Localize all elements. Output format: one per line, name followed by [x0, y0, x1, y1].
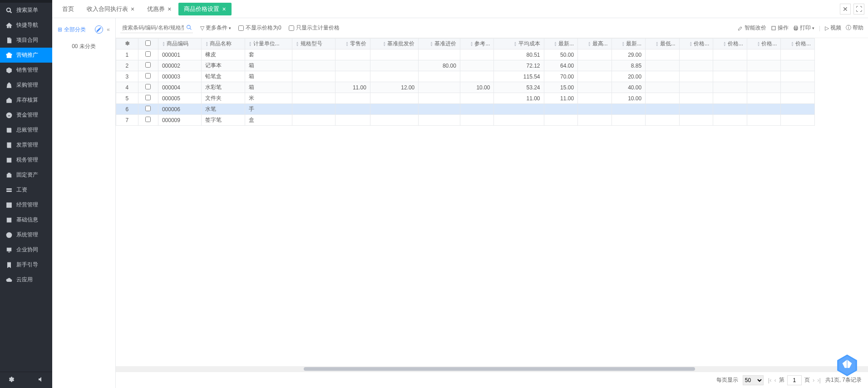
cell-p1[interactable] — [679, 49, 713, 60]
cell-retail[interactable] — [335, 93, 370, 104]
sidebar-item-5[interactable]: 采购管理 — [0, 78, 52, 93]
cell-ref[interactable] — [460, 60, 494, 71]
cell-pur[interactable]: 80.00 — [419, 60, 460, 71]
cell-p4[interactable] — [781, 115, 815, 126]
cell-pur[interactable] — [419, 115, 460, 126]
close-icon[interactable]: × — [222, 5, 226, 13]
cell-retail[interactable] — [335, 104, 370, 115]
cell-whole[interactable] — [370, 71, 418, 82]
edit-category-icon[interactable] — [95, 25, 103, 34]
tree-item-unclassified[interactable]: 00 未分类 — [58, 40, 110, 53]
col-wholesale[interactable]: 基准批发价 — [370, 39, 418, 49]
cell-whole[interactable] — [370, 60, 418, 71]
sidebar-item-8[interactable]: 总账管理 — [0, 123, 52, 138]
col-name[interactable]: 商品名称 — [202, 39, 245, 49]
cell-whole[interactable] — [370, 49, 418, 60]
operate-button[interactable]: 操作 — [771, 24, 789, 32]
col-unit[interactable]: 计量单位... — [245, 39, 292, 49]
col-avg-cost[interactable]: 平均成本 — [494, 39, 544, 49]
table-row[interactable]: 2000002记事本箱80.0072.1264.008.85 — [116, 60, 815, 71]
tab-3[interactable]: 商品价格设置× — [178, 3, 231, 15]
cell-whole[interactable] — [370, 115, 418, 126]
close-all-tabs-button[interactable]: ✕ — [840, 4, 851, 15]
col-p2[interactable]: 价格... — [713, 39, 747, 49]
col-spec[interactable]: 规格型号 — [292, 39, 335, 49]
cell-p1[interactable] — [679, 60, 713, 71]
cell-p3[interactable] — [747, 93, 781, 104]
cell-pur[interactable] — [419, 93, 460, 104]
cell-p1[interactable] — [679, 115, 713, 126]
cell-whole[interactable] — [370, 104, 418, 115]
cell-p3[interactable] — [747, 60, 781, 71]
cell-p3[interactable] — [747, 71, 781, 82]
cell-pur[interactable] — [419, 104, 460, 115]
cell-p2[interactable] — [713, 60, 747, 71]
cell-p3[interactable] — [747, 49, 781, 60]
cell-p3[interactable] — [747, 82, 781, 93]
cell-ref[interactable] — [460, 71, 494, 82]
video-button[interactable]: ▷ 视频 — [825, 24, 841, 32]
sidebar-item-18[interactable]: 云应用 — [0, 272, 52, 287]
tab-0[interactable]: 首页 — [57, 3, 79, 15]
row-checkbox[interactable] — [138, 93, 158, 104]
smart-price-button[interactable]: 智能改价 — [738, 24, 766, 32]
cell-ref[interactable] — [460, 115, 494, 126]
row-checkbox[interactable] — [138, 60, 158, 71]
prev-page-button[interactable]: ‹ — [774, 377, 776, 383]
grid-scroll[interactable]: 商品编码 商品名称 计量单位... 规格型号 零售价 基准批发价 基准进价 参考… — [116, 38, 868, 366]
print-button[interactable]: 打印 ▾ — [793, 24, 814, 32]
cell-ref[interactable]: 10.00 — [460, 82, 494, 93]
cell-pur[interactable] — [419, 71, 460, 82]
cell-whole[interactable]: 12.00 — [370, 82, 418, 93]
cell-p2[interactable] — [713, 49, 747, 60]
horizontal-scrollbar[interactable] — [116, 366, 868, 372]
col-latest[interactable]: 最新... — [544, 39, 578, 49]
col-max[interactable]: 最高... — [578, 39, 612, 49]
cell-p2[interactable] — [713, 71, 747, 82]
sidebar-item-14[interactable]: 基础信息 — [0, 212, 52, 227]
first-page-button[interactable]: |‹ — [768, 377, 772, 383]
last-page-button[interactable]: ›| — [817, 377, 821, 383]
cell-p2[interactable] — [713, 115, 747, 126]
cell-retail[interactable] — [335, 115, 370, 126]
col-p3[interactable]: 价格... — [747, 39, 781, 49]
sidebar-item-12[interactable]: 工资 — [0, 182, 52, 197]
search-icon[interactable] — [186, 25, 192, 32]
table-row[interactable]: 6000006水笔手 — [116, 104, 815, 115]
search-input[interactable] — [120, 23, 193, 33]
cell-p4[interactable] — [781, 93, 815, 104]
sidebar-item-6[interactable]: 库存核算 — [0, 93, 52, 108]
close-icon[interactable]: × — [168, 5, 171, 13]
cell-p3[interactable] — [747, 115, 781, 126]
cell-pur[interactable] — [419, 82, 460, 93]
cell-p2[interactable] — [713, 93, 747, 104]
cell-p2[interactable] — [713, 82, 747, 93]
table-row[interactable]: 4000004水彩笔箱11.0012.0010.0053.2415.0040.0… — [116, 82, 815, 93]
tab-1[interactable]: 收入合同执行表× — [81, 3, 140, 15]
assistant-button[interactable] — [835, 353, 859, 376]
tab-2[interactable]: 优惠券× — [142, 3, 177, 15]
cell-p1[interactable] — [679, 104, 713, 115]
all-categories-button[interactable]: ⊞ 全部分类 — [58, 26, 86, 34]
cell-p4[interactable] — [781, 104, 815, 115]
cell-whole[interactable] — [370, 93, 418, 104]
cell-pur[interactable] — [419, 49, 460, 60]
sidebar-item-11[interactable]: 固定资产 — [0, 167, 52, 182]
collapse-panel-icon[interactable]: « — [107, 26, 110, 33]
cell-p2[interactable] — [713, 104, 747, 115]
row-checkbox[interactable] — [138, 104, 158, 115]
cell-ref[interactable] — [460, 49, 494, 60]
cell-p4[interactable] — [781, 82, 815, 93]
col-p1[interactable]: 价格... — [679, 39, 713, 49]
sidebar-item-7[interactable]: 资金管理 — [0, 108, 52, 123]
sidebar-item-1[interactable]: 快捷导航 — [0, 18, 52, 33]
more-conditions-button[interactable]: ▽ 更多条件 ▾ — [200, 24, 231, 32]
col-purchase[interactable]: 基准进价 — [419, 39, 460, 49]
next-page-button[interactable]: › — [813, 377, 814, 383]
fullscreen-button[interactable]: ⛶ — [853, 4, 864, 15]
scroll-thumb[interactable] — [304, 367, 695, 371]
sidebar-item-16[interactable]: 企业协同 — [0, 242, 52, 257]
cell-retail[interactable] — [335, 71, 370, 82]
page-size-select[interactable]: 50 — [743, 375, 764, 385]
cell-p1[interactable] — [679, 93, 713, 104]
